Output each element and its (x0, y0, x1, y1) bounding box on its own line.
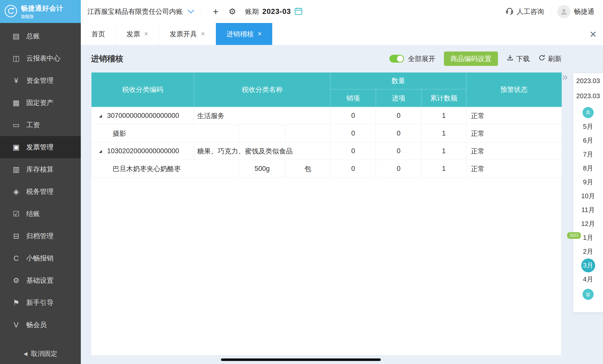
product-code-settings-button[interactable]: 商品编码设置 (444, 51, 498, 66)
payroll-icon: ▭ (12, 121, 21, 129)
tab-invoice-issuance[interactable]: 发票开具 × (159, 23, 216, 45)
expand-all-label: 全部展开 (408, 54, 435, 63)
col-header-cumulative[interactable]: 累计数额 (421, 89, 466, 107)
month-item[interactable]: 2月 (573, 245, 603, 258)
cumulative-cell: 1 (421, 125, 466, 142)
horizontal-scrollbar-thumb[interactable] (221, 358, 381, 361)
month-item[interactable]: 5月 (573, 120, 603, 134)
sidebar-item-payroll[interactable]: ▭ 工资 (0, 114, 81, 136)
col-header-warning-status[interactable]: 预警状态 (466, 72, 562, 107)
output-qty-cell: 0 (331, 125, 376, 142)
tab-label: 首页 (91, 30, 105, 39)
scroll-up-button[interactable] (583, 107, 594, 118)
page-title: 进销稽核 (91, 53, 123, 64)
col-header-tax-code[interactable]: 税收分类编码 (91, 72, 194, 107)
month-item[interactable]: 9月 (573, 175, 603, 189)
asset-icon: ▦ (12, 98, 21, 107)
settings-gear-icon[interactable]: ⚙ (229, 7, 236, 16)
inventory-icon: ▥ (12, 165, 21, 174)
unpin-icon: ◀ (23, 351, 27, 357)
sidebar-item-label: 新手引导 (26, 298, 54, 307)
close-tab-icon[interactable]: × (144, 31, 148, 37)
consult-button[interactable]: 人工咨询 (506, 7, 544, 16)
month-item[interactable]: 6月 (573, 134, 603, 147)
user-menu[interactable]: 畅捷通 (557, 5, 594, 18)
unpin-sidebar-button[interactable]: ◀ 取消固定 (0, 343, 81, 364)
tax-icon: ◈ (12, 187, 21, 196)
download-button[interactable]: 下载 (507, 54, 530, 63)
sidebar-item-closing[interactable]: ☑ 结账 (0, 203, 81, 225)
app-logo[interactable]: 畅捷通好会计 旗舰版 (0, 0, 81, 23)
col-header-tax-name[interactable]: 税收分类名称 (194, 72, 331, 107)
close-tab-icon[interactable]: × (201, 31, 205, 37)
output-qty-cell: 0 (331, 107, 376, 125)
flag-icon: ⚑ (12, 298, 21, 307)
month-item-active[interactable]: 3月 (573, 258, 603, 272)
col-header-input[interactable]: 进项 (376, 89, 421, 107)
sidebar-item-cloud-report-center[interactable]: ◫ 云报表中心 (0, 47, 81, 69)
sidebar-item-beginner-guide[interactable]: ⚑ 新手引导 (0, 292, 81, 314)
output-qty-cell: 0 (331, 160, 376, 178)
close-tab-icon[interactable]: × (258, 31, 262, 37)
period-entry[interactable]: 2023.03 (573, 73, 603, 88)
period-value[interactable]: 2023-03 (262, 7, 291, 16)
expander-icon[interactable]: ◢ (99, 114, 102, 118)
table-row[interactable]: ◢ 3070000000000000000 生活服务 0 0 1 正常 (91, 107, 562, 125)
table-header: 税收分类编码 税收分类名称 数量 预警状态 销项 进项 累计数额 (91, 72, 562, 107)
sidebar-item-archive-management[interactable]: ⊟ 归档管理 (0, 225, 81, 247)
app-title: 畅捷通好会计 (21, 4, 63, 13)
sidebar-item-fixed-assets[interactable]: ▦ 固定资产 (0, 92, 81, 114)
item-name-cell: 摄影 (91, 125, 239, 142)
month-item[interactable]: 7月 (573, 147, 603, 161)
month-item[interactable]: 10月 (573, 189, 603, 203)
period-entry[interactable]: 2023.03 (573, 88, 603, 103)
sidebar-item-membership[interactable]: V 畅会员 (0, 314, 81, 336)
tax-code-cell: ◢ 3070000000000000000 (91, 107, 194, 125)
tab-strip: 首页 发票 × 发票开具 × 进销稽核 × × (81, 23, 603, 45)
sidebar: 畅捷通好会计 旗舰版 ▤ 总账 ◫ 云报表中心 ¥ 资金管理 ▦ 固定资产 ▭ (0, 0, 81, 364)
tab-invoice[interactable]: 发票 × (116, 23, 159, 45)
tab-purchase-sale-audit[interactable]: 进销稽核 × (216, 23, 273, 45)
calendar-icon[interactable] (294, 7, 303, 16)
col-header-output[interactable]: 销项 (331, 89, 376, 107)
tab-label: 发票开具 (170, 30, 197, 39)
divider (550, 6, 551, 17)
table-row-child[interactable]: 摄影 0 0 1 正常 (91, 125, 562, 142)
scroll-down-button[interactable] (583, 289, 594, 300)
status-cell: 正常 (466, 142, 562, 160)
expander-icon[interactable]: ◢ (99, 149, 102, 153)
sidebar-item-fund-management[interactable]: ¥ 资金管理 (0, 69, 81, 92)
settings-gear-icon: ⚙ (12, 276, 21, 285)
tab-home[interactable]: 首页 (81, 23, 116, 45)
company-name: 江西服宝精品有限责任公司内账 (87, 7, 183, 16)
sidebar-item-invoice-management[interactable]: ▣ 发票管理 (0, 136, 81, 158)
sidebar-item-general-ledger[interactable]: ▤ 总账 (0, 25, 81, 47)
tax-code-cell: ◢ 1030202000000000000 (91, 142, 194, 160)
sidebar-item-tax-management[interactable]: ◈ 税务管理 (0, 180, 81, 203)
month-item[interactable]: 8月 (573, 161, 603, 175)
company-selector[interactable]: 江西服宝精品有限责任公司内账 (87, 7, 194, 16)
sidebar-item-basic-settings[interactable]: ⚙ 基础设置 (0, 269, 81, 292)
month-item[interactable]: 11月 (573, 203, 603, 217)
audit-table-card: 税收分类编码 税收分类名称 数量 预警状态 销项 进项 累计数额 ◢ (91, 72, 561, 355)
tab-label: 进销稽核 (227, 30, 254, 39)
sidebar-item-reimbursement[interactable]: C 小畅报销 (0, 247, 81, 269)
status-cell: 正常 (466, 160, 562, 178)
collapse-panel-icon[interactable]: » (562, 71, 568, 83)
month-item[interactable]: 12月 (573, 217, 603, 231)
close-icon[interactable]: × (583, 28, 603, 40)
table-row-child[interactable]: 巴旦木奶枣夹心奶酪枣 500g 包 0 0 1 正常 (91, 160, 562, 178)
sidebar-item-label: 总账 (26, 32, 40, 41)
sidebar-item-label: 发票管理 (26, 143, 54, 152)
refresh-button[interactable]: 刷新 (538, 54, 562, 63)
toolbar-actions: 全部展开 商品编码设置 下载 (389, 51, 562, 66)
sidebar-item-inventory-accounting[interactable]: ▥ 库存核算 (0, 158, 81, 180)
item-name-cell: 巴旦木奶枣夹心奶酪枣 (91, 160, 239, 178)
add-account-button[interactable]: + (213, 7, 218, 16)
sidebar-item-label: 小畅报销 (26, 254, 54, 263)
expand-all-toggle[interactable] (389, 55, 404, 63)
expand-all-control: 全部展开 (389, 54, 435, 63)
table-row[interactable]: ◢ 1030202000000000000 糖果、巧克力、蜜饯及类似食品 0 0… (91, 142, 562, 160)
cumulative-cell: 1 (421, 107, 466, 125)
month-item[interactable]: 4月 (573, 272, 603, 286)
